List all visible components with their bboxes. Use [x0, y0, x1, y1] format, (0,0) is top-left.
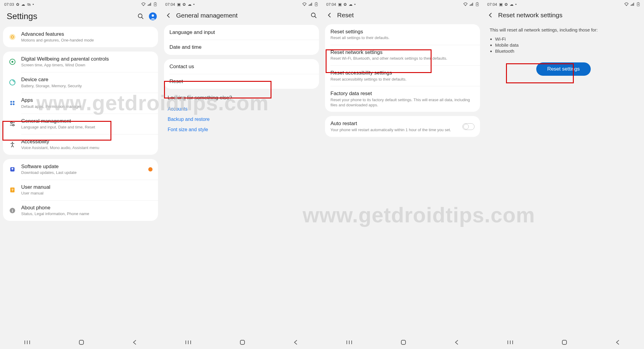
reset-group-1: Reset settings Reset all settings to the…: [325, 24, 480, 112]
link-backup-restore[interactable]: Backup and restore: [168, 114, 315, 125]
status-time: 07:03: [4, 2, 14, 7]
item-subtitle: Your phone will restart automatically wi…: [330, 128, 458, 133]
user-manual-icon: ?: [8, 186, 16, 194]
svg-rect-60: [632, 4, 632, 6]
item-title: Reset settings: [330, 28, 475, 35]
svg-rect-51: [472, 3, 473, 6]
gm-item-contact-us[interactable]: Contact us: [164, 59, 319, 74]
search-icon[interactable]: [310, 12, 318, 19]
header: Settings: [0, 8, 161, 27]
dot-status-icon: •: [193, 2, 195, 7]
gear-status-icon: ✿: [504, 2, 508, 7]
settings-item-about-phone[interactable]: i About phone Status, Legal information,…: [3, 200, 158, 221]
item-subtitle: Status, Legal information, Phone name: [21, 211, 153, 217]
item-subtitle: Reset accessibility settings to their de…: [330, 77, 475, 82]
item-subtitle: User manual: [21, 191, 153, 196]
gm-item-reset[interactable]: Reset: [164, 74, 319, 89]
svg-rect-35: [309, 5, 309, 6]
update-badge-icon: [148, 167, 153, 171]
nav-home-icon[interactable]: [79, 340, 84, 345]
settings-item-advanced-features[interactable]: Advanced features Motions and gestures, …: [3, 27, 158, 47]
item-title: Digital Wellbeing and parental controls: [21, 56, 153, 62]
gm-item-language[interactable]: Language and input: [164, 25, 319, 40]
screen-settings: 07:03 ✿ ☁ 🛍 • Settings Advanced features…: [0, 0, 161, 349]
settings-item-device-care[interactable]: Device care Battery, Storage, Memory, Se…: [3, 72, 158, 93]
svg-point-18: [10, 103, 12, 105]
nav-back-icon[interactable]: [133, 340, 137, 345]
bullet-mobile-data: Mobile data: [495, 42, 637, 48]
link-font-size[interactable]: Font size and style: [168, 125, 315, 135]
item-title: Reset accessibility settings: [330, 70, 475, 76]
bullet-wifi: Wi-Fi: [495, 36, 637, 42]
gear-status-icon: ✿: [343, 2, 347, 7]
back-button[interactable]: [165, 12, 172, 19]
battery-icon: [154, 2, 157, 6]
screen-reset: 07:04 ▣ ✿ ☁ • Reset Reset settings Reset…: [322, 0, 483, 349]
header: General management: [161, 8, 322, 25]
item-subtitle: Motions and gestures, One-handed mode: [21, 38, 153, 43]
svg-rect-64: [638, 2, 639, 3]
svg-rect-61: [632, 4, 633, 6]
svg-point-23: [13, 124, 14, 126]
settings-item-apps[interactable]: Apps Default apps, Permission manager: [3, 93, 158, 113]
signal-icon: [309, 2, 313, 6]
page-title: Settings: [7, 12, 133, 21]
svg-rect-48: [470, 5, 470, 6]
reset-item-reset-network-settings[interactable]: Reset network settings Reset Wi-Fi, Blue…: [325, 45, 480, 65]
item-subtitle: Voice Assistant, Mono audio, Assistant m…: [21, 145, 153, 151]
auto-restart-toggle[interactable]: [462, 123, 475, 130]
nav-back-icon[interactable]: [616, 340, 620, 345]
nav-home-icon[interactable]: [240, 340, 245, 345]
reset-item-reset-settings[interactable]: Reset settings Reset all settings to the…: [325, 24, 480, 45]
cloud-status-icon: ☁: [21, 2, 25, 7]
svg-point-11: [9, 34, 15, 40]
svg-point-24: [12, 142, 13, 143]
settings-group-2: Digital Wellbeing and parental controls …: [3, 52, 158, 155]
page-title: General management: [176, 12, 306, 19]
apps-icon: [8, 99, 16, 107]
dot-status-icon: •: [354, 2, 356, 7]
nav-recent-icon[interactable]: [346, 340, 352, 345]
settings-item-accessibility[interactable]: Accessibility Voice Assistant, Mono audi…: [3, 134, 158, 155]
svg-text:?: ?: [12, 188, 14, 192]
item-title: Language and input: [169, 29, 314, 35]
item-subtitle: Default apps, Permission manager: [21, 104, 153, 109]
settings-item-software-update[interactable]: Software update Download updates, Last u…: [3, 159, 158, 180]
item-title: Software update: [21, 163, 143, 170]
signal-icon: [631, 2, 635, 6]
image-status-icon: ▣: [499, 2, 503, 7]
reset-item-factory-data-reset[interactable]: Factory data reset Reset your phone to i…: [325, 86, 480, 112]
header: Reset: [322, 8, 483, 24]
nav-recent-icon[interactable]: [185, 340, 191, 345]
svg-point-7: [138, 14, 142, 18]
svg-rect-46: [240, 340, 245, 344]
nav-recent-icon[interactable]: [24, 340, 30, 345]
nav-back-icon[interactable]: [455, 340, 459, 345]
reset-item-auto-restart[interactable]: Auto restart Your phone will restart aut…: [325, 116, 480, 137]
svg-point-0: [143, 5, 144, 6]
reset-item-reset-accessibility-settings[interactable]: Reset accessibility settings Reset acces…: [325, 65, 480, 86]
nav-home-icon[interactable]: [562, 340, 567, 345]
settings-item-user-manual[interactable]: ? User manual User manual: [3, 180, 158, 200]
gm-group-2: Contact us Reset: [164, 59, 319, 89]
settings-item-general-management[interactable]: General management Language and input, D…: [3, 114, 158, 134]
gm-group-1: Language and input Date and time: [164, 25, 319, 55]
reset-button-wrap: Reset settings: [483, 60, 644, 78]
item-title: Date and time: [169, 44, 314, 50]
nav-recent-icon[interactable]: [507, 340, 513, 345]
status-bar: 07:04 ▣ ✿ ☁ •: [322, 0, 483, 8]
gm-item-date[interactable]: Date and time: [164, 40, 319, 55]
search-icon[interactable]: [137, 12, 145, 20]
svg-rect-33: [79, 340, 84, 344]
back-button[interactable]: [487, 12, 494, 18]
svg-point-19: [13, 103, 15, 105]
link-accounts[interactable]: Accounts: [168, 104, 315, 114]
reset-settings-button[interactable]: Reset settings: [536, 62, 591, 76]
back-button[interactable]: [326, 12, 333, 18]
nav-home-icon[interactable]: [401, 340, 406, 345]
item-title: Reset: [169, 78, 314, 85]
profile-avatar[interactable]: [149, 12, 157, 20]
nav-back-icon[interactable]: [294, 340, 298, 345]
screen-general-management: 07:04 ▣ ✿ ☁ • General management Languag…: [161, 0, 322, 349]
settings-item-digital-wellbeing[interactable]: Digital Wellbeing and parental controls …: [3, 52, 158, 72]
